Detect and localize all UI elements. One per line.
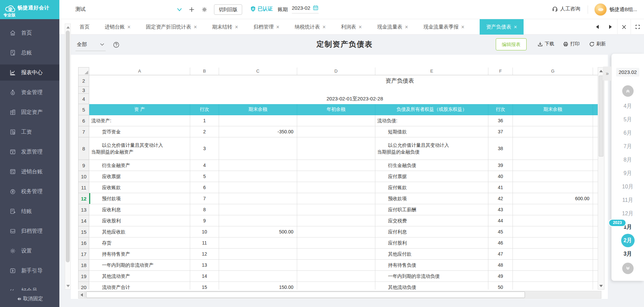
cell-G11[interactable] bbox=[513, 182, 593, 193]
cell-A7[interactable]: 货币资金 bbox=[89, 126, 190, 137]
cell-B18[interactable]: 13 bbox=[190, 260, 219, 271]
cell-A8[interactable]: 以公允价值计量且其变动计入 当期损益的金融资产 bbox=[89, 137, 190, 160]
cell-B20[interactable]: 15 bbox=[190, 282, 219, 290]
cell-H17[interactable] bbox=[593, 249, 598, 260]
cell-C11[interactable] bbox=[219, 182, 297, 193]
cell-E16[interactable]: 应付股利 bbox=[375, 237, 488, 249]
grid-horizontal-scrollbar[interactable] bbox=[78, 291, 601, 299]
cell-A6[interactable]: 流动资产: bbox=[89, 115, 190, 126]
cell-C20[interactable]: 150.00 bbox=[219, 282, 297, 290]
avatar[interactable] bbox=[594, 3, 607, 16]
cell-H13[interactable] bbox=[593, 204, 598, 215]
table-header-cell-5[interactable]: 负债及所有者权益（或股东权益） bbox=[375, 104, 488, 115]
months-scroll-down-button[interactable] bbox=[622, 263, 634, 274]
row-header-11[interactable]: 11 bbox=[78, 182, 89, 193]
cell-C16[interactable] bbox=[219, 237, 297, 249]
tab-close-icon[interactable]: ✕ bbox=[235, 25, 238, 30]
sheet-title-cell[interactable]: 资产负债表 bbox=[89, 75, 598, 87]
cell-G16[interactable] bbox=[513, 237, 593, 249]
cell-E10[interactable]: 应付票据 bbox=[375, 171, 488, 182]
sidebar-item-7[interactable]: 发票管理 bbox=[0, 144, 59, 160]
tab-close-icon[interactable]: ✕ bbox=[514, 25, 517, 30]
cell-E7[interactable]: 短期借款 bbox=[375, 126, 488, 137]
cell-E15[interactable]: 应付利息 bbox=[375, 226, 488, 237]
cell-A9[interactable]: 衍生金融资产 bbox=[89, 160, 190, 171]
select-all-corner-cell[interactable] bbox=[78, 68, 89, 75]
cell-D15[interactable] bbox=[297, 226, 375, 237]
tab-5[interactable]: 归档管理✕ bbox=[254, 19, 280, 35]
tab-1[interactable]: 首页 bbox=[79, 19, 90, 35]
cell-B8[interactable]: 3 bbox=[190, 137, 219, 160]
table-header-cell-3[interactable]: 期末余额 bbox=[219, 104, 297, 115]
cell-F8[interactable]: 38 bbox=[488, 137, 513, 160]
cell-G6[interactable] bbox=[513, 115, 593, 126]
cell-F16[interactable]: 46 bbox=[488, 237, 513, 249]
grid-scroll-left-button[interactable] bbox=[78, 291, 85, 298]
switch-old-version-button[interactable]: 切到旧版 bbox=[214, 4, 242, 15]
cell-G17[interactable] bbox=[513, 249, 593, 260]
row-header-12[interactable]: 12 bbox=[78, 193, 89, 204]
tab-close-icon[interactable]: ✕ bbox=[322, 25, 326, 30]
refresh-button[interactable]: 刷新 bbox=[589, 41, 606, 47]
cell-H19[interactable] bbox=[593, 271, 598, 282]
sidebar-item-5[interactable]: 固定资产 bbox=[0, 104, 59, 120]
cell-E18[interactable]: 持有待售负债 bbox=[375, 260, 488, 271]
cell-B6[interactable]: 1 bbox=[190, 115, 219, 126]
cell-H15[interactable] bbox=[593, 226, 598, 237]
sidebar-scrollbar[interactable] bbox=[65, 24, 71, 290]
tab-6[interactable]: 纳税统计表✕ bbox=[295, 19, 326, 35]
close-all-tabs-button[interactable] bbox=[617, 19, 631, 35]
cell-F10[interactable]: 40 bbox=[488, 171, 513, 182]
cell-F11[interactable]: 41 bbox=[488, 182, 513, 193]
cell-H10[interactable] bbox=[593, 171, 598, 182]
column-header-B[interactable]: B bbox=[190, 68, 219, 75]
sidebar-item-9[interactable]: 税务管理 bbox=[0, 183, 59, 200]
sidebar-item-4[interactable]: 资金管理 bbox=[0, 84, 59, 100]
cell-F13[interactable]: 43 bbox=[488, 204, 513, 215]
cell-E6[interactable]: 流动负债: bbox=[375, 115, 488, 126]
sidebar-item-3[interactable]: 报表中心 bbox=[0, 64, 59, 81]
cell-B7[interactable]: 2 bbox=[190, 126, 219, 137]
cell-D6[interactable] bbox=[297, 115, 375, 126]
month-item-12月[interactable]: 12月 bbox=[611, 207, 644, 220]
table-header-cell-7[interactable]: 期末余额 bbox=[513, 104, 593, 115]
cell-H9[interactable] bbox=[593, 160, 598, 171]
grid-scroll-down-button[interactable] bbox=[598, 283, 604, 289]
cell-G12[interactable]: 600.00 bbox=[513, 193, 593, 204]
cell-D16[interactable] bbox=[297, 237, 375, 249]
month-item-10月[interactable]: 10月 bbox=[611, 180, 644, 193]
month-item-11月[interactable]: 11月 bbox=[611, 193, 644, 207]
cell-G13[interactable] bbox=[513, 204, 593, 215]
cell-B13[interactable]: 8 bbox=[190, 204, 219, 215]
cell-C13[interactable] bbox=[219, 204, 297, 215]
username[interactable]: 畅捷通B组... bbox=[609, 6, 642, 13]
cell-A11[interactable]: 应收账款 bbox=[89, 182, 190, 193]
tab-scroll-right-button[interactable] bbox=[604, 19, 617, 35]
row-header-3[interactable]: 3 bbox=[78, 87, 89, 94]
cell-G20[interactable] bbox=[513, 282, 593, 290]
cell-D12[interactable] bbox=[297, 193, 375, 204]
grid-vertical-scrollbar[interactable] bbox=[598, 67, 604, 290]
row-header-8[interactable]: 8 bbox=[78, 137, 89, 160]
cell-C9[interactable] bbox=[219, 160, 297, 171]
cell-D9[interactable] bbox=[297, 160, 375, 171]
cell-C19[interactable] bbox=[219, 271, 297, 282]
cell-D13[interactable] bbox=[297, 204, 375, 215]
sidebar-item-13[interactable]: 新手引导 bbox=[0, 263, 59, 279]
table-header-cell-8[interactable]: 年初余额 bbox=[593, 104, 598, 115]
row-header-2[interactable]: 2 bbox=[78, 75, 89, 87]
cell-C17[interactable] bbox=[219, 249, 297, 260]
cell-B14[interactable]: 9 bbox=[190, 215, 219, 226]
cell-F9[interactable]: 39 bbox=[488, 160, 513, 171]
row-header-19[interactable]: 19 bbox=[78, 271, 89, 282]
tab-close-icon[interactable]: ✕ bbox=[461, 25, 465, 30]
cell-D14[interactable] bbox=[297, 215, 375, 226]
download-button[interactable]: 下载 bbox=[537, 41, 554, 47]
cell-A19[interactable]: 其他流动资产 bbox=[89, 271, 190, 282]
row-header-16[interactable]: 16 bbox=[78, 237, 89, 249]
column-header-F[interactable]: F bbox=[488, 68, 513, 75]
tab-3[interactable]: 固定资产折旧统计表✕ bbox=[146, 19, 197, 35]
cell-D18[interactable] bbox=[297, 260, 375, 271]
cell-A16[interactable]: 存货 bbox=[89, 237, 190, 249]
sidebar-scroll-down-button[interactable] bbox=[65, 283, 71, 289]
